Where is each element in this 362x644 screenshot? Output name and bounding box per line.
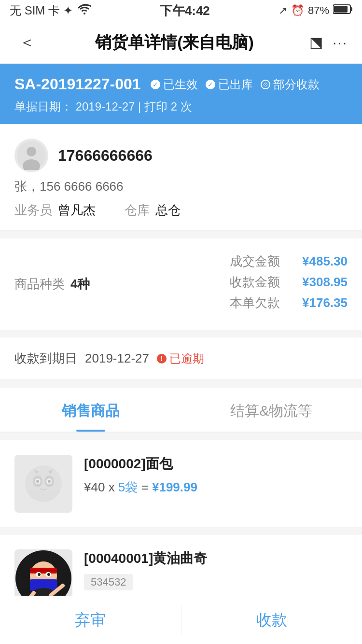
status-bar-right: ↗ ⏰ 87%: [278, 4, 352, 17]
overdue-dot-icon: !: [157, 354, 167, 364]
tab-settlement[interactable]: 结算&物流等: [181, 388, 362, 432]
debt-row: 本单欠款 ¥176.35: [230, 294, 348, 311]
nav-right-icons: ⬔ ···: [309, 34, 348, 51]
product-type-count: 商品种类 4种: [14, 253, 90, 315]
status-bar: 无 SIM 卡 ✦ 下午4:42 ↗ ⏰ 87%: [0, 0, 362, 21]
list-item: [0000002]面包 ¥40 x 5袋 = ¥199.99: [0, 440, 362, 527]
tabs-section: 销售商品 结算&物流等: [0, 388, 362, 433]
svg-point-4: [27, 147, 36, 156]
overdue-badge: ! 已逾期: [157, 351, 204, 366]
abandon-button[interactable]: 弃审: [0, 596, 181, 644]
wifi-icon: [78, 4, 91, 17]
bottom-bar: 弃审 收款: [0, 596, 362, 644]
amount-summary: 成交金额 ¥485.30 收款金额 ¥308.95 本单欠款 ¥176.35: [230, 253, 348, 315]
amount-label: 成交金额: [230, 253, 280, 270]
price-1: ¥40: [84, 480, 105, 494]
sales-person: 业务员 曾凡杰: [14, 202, 96, 219]
customer-id: 17666666666: [58, 147, 153, 165]
product-name-2: [00040001]黄油曲奇: [84, 549, 348, 568]
overdue-text: 已逾期: [169, 351, 204, 366]
no-sim-label: 无 SIM 卡 ✦: [10, 3, 73, 18]
check-icon-1: ✓: [151, 80, 160, 89]
due-date: 2019-12-27: [85, 351, 149, 366]
order-date: 单据日期： 2019-12-27 | 打印 2 次: [14, 99, 348, 114]
warehouse-name: 总仓: [155, 202, 181, 219]
order-number: SA-20191227-001: [14, 75, 141, 93]
svg-point-12: [48, 480, 51, 483]
svg-point-11: [36, 480, 39, 483]
svg-point-19: [38, 573, 41, 576]
sales-label: 业务员: [14, 202, 52, 219]
collected-row: 收款金额 ¥308.95: [230, 274, 348, 291]
due-label: 收款到期日: [14, 350, 77, 367]
check-icon-2: ✓: [206, 80, 215, 89]
tab-products[interactable]: 销售商品: [0, 388, 181, 432]
status-shipped: ✓ 已出库: [206, 77, 253, 92]
product-tag-2: 534532: [84, 574, 133, 590]
collected-label: 收款金额: [230, 274, 280, 291]
type-label: 商品种类: [14, 276, 65, 293]
battery-icon: [333, 4, 352, 17]
svg-point-6: [25, 465, 62, 502]
status-bar-left: 无 SIM 卡 ✦: [10, 3, 91, 18]
sales-name: 曾凡杰: [58, 202, 96, 219]
collected-value: ¥308.95: [294, 275, 348, 290]
back-button[interactable]: ＜: [14, 27, 40, 58]
status-bar-time: 下午4:42: [160, 2, 210, 19]
battery-label: 87%: [308, 4, 329, 17]
status-partial: ⊙ 部分收款: [261, 77, 320, 92]
nav-bar: ＜ 销货单详情(来自电脑) ⬔ ···: [0, 21, 362, 64]
warehouse-label: 仓库: [125, 202, 150, 219]
clock-icon: ⊙: [261, 80, 270, 89]
share-icon[interactable]: ⬔: [309, 34, 323, 51]
svg-point-20: [47, 573, 50, 576]
collect-button[interactable]: 收款: [181, 596, 362, 644]
page-title: 销货单详情(来自电脑): [95, 31, 254, 54]
debt-value: ¥176.35: [294, 295, 348, 310]
customer-name-phone: 张，156 6666 6666: [14, 178, 348, 195]
status-tags: ✓ 已生效 ✓ 已出库 ⊙ 部分收款: [151, 77, 320, 92]
alarm-icon: ⏰: [291, 4, 304, 17]
svg-rect-1: [350, 7, 352, 11]
product-price-row-1: ¥40 x 5袋 = ¥199.99: [84, 479, 348, 496]
customer-meta: 业务员 曾凡杰 仓库 总仓: [14, 202, 348, 219]
more-icon[interactable]: ···: [333, 34, 348, 51]
debt-label: 本单欠款: [230, 294, 280, 311]
customer-row: 17666666666: [14, 139, 348, 172]
avatar: [14, 139, 48, 172]
product-name-1: [0000002]面包: [84, 455, 348, 473]
amount-row: 成交金额 ¥485.30: [230, 253, 348, 270]
product-image-1: [14, 455, 72, 513]
total-1: ¥199.99: [152, 480, 197, 494]
type-count: 4种: [70, 276, 90, 293]
summary-section: 商品种类 4种 成交金额 ¥485.30 收款金额 ¥308.95 本单欠款 ¥…: [0, 238, 362, 330]
amount-value: ¥485.30: [294, 254, 348, 269]
due-date-section: 收款到期日 2019-12-27 ! 已逾期: [0, 337, 362, 380]
qty-1: 5袋: [118, 480, 138, 494]
order-header: SA-20191227-001 ✓ 已生效 ✓ 已出库 ⊙ 部分收款 单据日期：…: [0, 64, 362, 124]
svg-rect-2: [334, 6, 348, 13]
customer-section: 17666666666 张，156 6666 6666 业务员 曾凡杰 仓库 总…: [0, 124, 362, 231]
product-info-1: [0000002]面包 ¥40 x 5袋 = ¥199.99: [84, 455, 348, 496]
warehouse: 仓库 总仓: [125, 202, 181, 219]
status-active: ✓ 已生效: [151, 77, 198, 92]
location-icon: ↗: [278, 4, 287, 17]
